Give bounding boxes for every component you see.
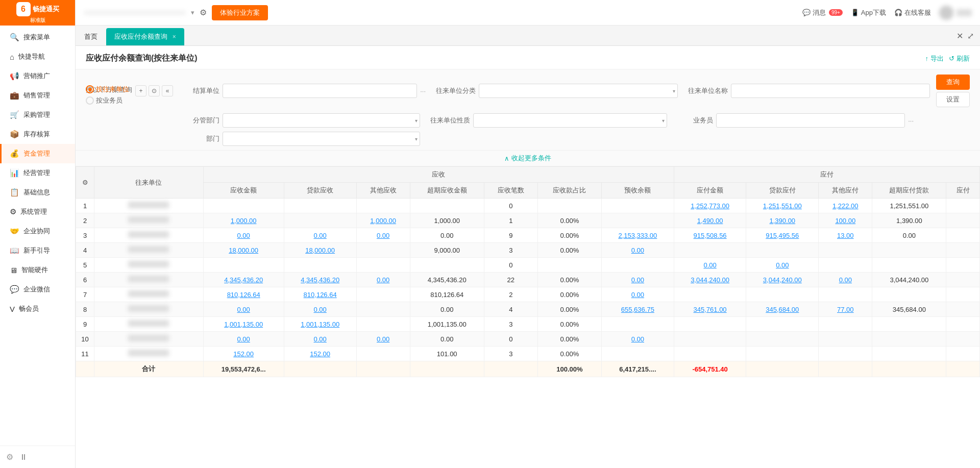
field-dept-select[interactable]: ▾	[223, 113, 420, 128]
row-ar-other	[356, 287, 410, 302]
sidebar-item-8[interactable]: 📋基础信息	[0, 183, 75, 202]
scheme-by-unit[interactable]: 按往来单位	[86, 85, 129, 94]
user-menu[interactable]	[939, 6, 972, 20]
trial-btn[interactable]: 体验行业方案	[212, 5, 268, 20]
table-row: 8 0.00 0.00 0.00 4 0.00% 655,636.75 345,…	[76, 302, 980, 317]
tab-close-icon[interactable]: ×	[173, 33, 176, 40]
tab-home[interactable]: 首页	[76, 28, 106, 45]
scheme-by-staff[interactable]: 按业务员	[86, 96, 129, 105]
footer-ar-prepay: 6,417,215....	[602, 361, 674, 377]
row-ap-loan: 0.00	[746, 258, 819, 273]
sidebar-item-7[interactable]: 📊经营管理	[0, 163, 75, 183]
refresh-btn[interactable]: ↺ 刷新	[949, 54, 970, 63]
footer-ar-loan	[284, 361, 356, 377]
sidebar-item-9[interactable]: ⚙系统管理	[0, 202, 75, 221]
sidebar-item-4[interactable]: 🛒采购管理	[0, 105, 75, 125]
tab-receivable[interactable]: 应收应付余额查询 ×	[106, 28, 184, 45]
more-scheme-btn[interactable]: «	[162, 85, 173, 96]
row-ap-suffix	[946, 332, 980, 347]
row-ap-loan: 1,251,551.00	[746, 199, 819, 213]
field-settlement-input[interactable]	[223, 84, 417, 98]
topbar-dropdown-icon[interactable]: ▾	[191, 9, 194, 16]
page-title: 应收应付余额查询(按往来单位)	[86, 53, 198, 64]
app-download-btn[interactable]: 📱 App下载	[851, 8, 886, 17]
row-ar-count: 22	[484, 273, 537, 287]
sidebar-item-10[interactable]: 🤝企业协同	[0, 221, 75, 241]
sidebar-item-13[interactable]: 💬企业微信	[0, 280, 75, 299]
row-ar-overdue: 810,126.64	[410, 287, 484, 302]
close-window-icon[interactable]: ✕	[957, 31, 963, 40]
sidebar-icon-13: 💬	[10, 285, 19, 294]
collapse-footer-icon[interactable]: ⏸	[19, 453, 28, 462]
field-settlement-dots[interactable]: ···	[420, 87, 426, 95]
row-ar-prepay: 0.00	[602, 332, 674, 347]
row-num: 6	[76, 273, 94, 287]
table-row: 6 4,345,436.20 4,345,436.20 0.00 4,345,4…	[76, 273, 980, 287]
row-ar-amount: 810,126.64	[203, 287, 284, 302]
row-unit	[94, 347, 204, 361]
field-salesperson-label: 业务员	[677, 116, 713, 125]
table-container[interactable]: ⚙ 往来单位 应收 应付 应收金额 贷款应收 其他应收 超期应收金额 应收笔数 …	[76, 166, 980, 468]
row-ar-loan: 1,001,135.00	[284, 317, 356, 332]
sidebar-item-3[interactable]: 💼销售管理	[0, 86, 75, 105]
sidebar-item-6[interactable]: 💰资金管理	[0, 144, 75, 163]
row-ap-other	[819, 332, 872, 347]
row-num: 8	[76, 302, 94, 317]
sidebar-icon-8: 📋	[10, 188, 19, 197]
sidebar-item-0[interactable]: 🔍搜索菜单	[0, 28, 75, 47]
row-ar-amount: 0.00	[203, 302, 284, 317]
row-ar-other: 0.00	[356, 332, 410, 347]
row-ar-other	[356, 347, 410, 361]
field-unit-category-select[interactable]: ▾	[479, 84, 678, 98]
row-unit	[94, 228, 204, 243]
maximize-icon[interactable]: ⤢	[967, 31, 974, 40]
sidebar-icon-12: 🖥	[10, 266, 17, 275]
row-ar-prepay: 0.00	[602, 273, 674, 287]
add-scheme-btn[interactable]: +	[135, 85, 146, 96]
th-ap-suffix: 应付	[946, 183, 980, 199]
setting-btn[interactable]: 设置	[936, 92, 970, 107]
th-ap-other: 其他应付	[819, 183, 872, 199]
row-ar-ratio: 0.00%	[537, 287, 601, 302]
field-unit-nature-select[interactable]: ▾	[473, 113, 667, 128]
row-ar-count: 9	[484, 228, 537, 243]
table-row: 2 1,000.00 1,000.00 1,000.00 1 0.00% 1,4…	[76, 213, 980, 228]
topbar-gear-icon[interactable]: ⚙	[200, 8, 207, 17]
row-ar-ratio: 0.00%	[537, 273, 601, 287]
row-ar-other	[356, 243, 410, 258]
row-num: 4	[76, 243, 94, 258]
sidebar-item-5[interactable]: 📦库存核算	[0, 125, 75, 144]
sidebar-item-12[interactable]: 🖥智能硬件	[0, 260, 75, 280]
sidebar-item-11[interactable]: 📖新手引导	[0, 241, 75, 260]
filter-fields-row3: 部门 ▾	[184, 132, 914, 146]
field-unit-name-input[interactable]	[731, 84, 930, 98]
sidebar-item-2[interactable]: 📢营销推广	[0, 66, 75, 86]
online-service-btn[interactable]: 🎧 在线客服	[894, 8, 931, 17]
row-ar-prepay	[602, 199, 674, 213]
field-salesperson-dots[interactable]: ···	[908, 117, 914, 125]
sidebar-icon-9: ⚙	[10, 207, 16, 216]
sidebar-item-1[interactable]: ⌂快捷导航	[0, 47, 75, 66]
scheme-btns: + ⊙ «	[135, 85, 173, 96]
table-settings-icon[interactable]: ⚙	[82, 179, 88, 186]
row-ar-count: 0	[484, 258, 537, 273]
row-num: 1	[76, 199, 94, 213]
field-department-label: 部门	[184, 134, 219, 143]
query-btn[interactable]: 查询	[936, 75, 970, 90]
field-dept: 分管部门 ▾	[184, 113, 420, 128]
row-ap-other	[819, 287, 872, 302]
field-department-select[interactable]: ▾	[223, 132, 420, 146]
th-settings[interactable]: ⚙	[76, 167, 94, 199]
row-ar-loan	[284, 213, 356, 228]
row-ar-amount: 4,345,436.20	[203, 273, 284, 287]
export-btn[interactable]: ↑ 导出	[925, 54, 944, 63]
row-num: 9	[76, 317, 94, 332]
collapse-btn[interactable]: ∧ 收起更多条件	[76, 150, 980, 166]
messages-btn[interactable]: 💬 消息 99+	[802, 8, 843, 17]
row-ap-amount: 345,761.00	[674, 302, 746, 317]
row-ap-suffix	[946, 302, 980, 317]
edit-scheme-btn[interactable]: ⊙	[149, 85, 160, 96]
settings-footer-icon[interactable]: ⚙	[6, 452, 13, 462]
sidebar-item-14[interactable]: V畅会员	[0, 299, 75, 318]
field-salesperson-input[interactable]	[716, 113, 905, 128]
